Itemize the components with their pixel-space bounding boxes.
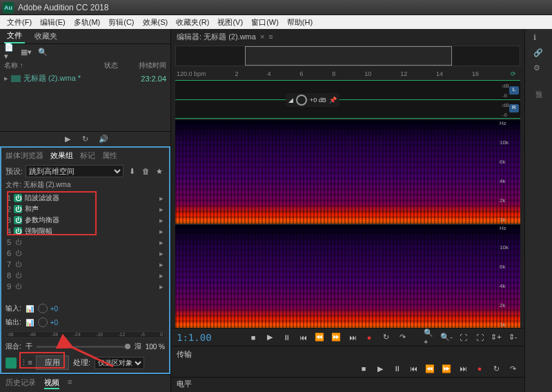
tab-effects-rack[interactable]: 效果组: [50, 150, 73, 161]
power-icon[interactable]: ⏻: [14, 260, 22, 268]
stop-button[interactable]: ■: [247, 331, 259, 344]
spectrogram-left[interactable]: Hz 10k 6k 4k 2k 1k: [175, 120, 520, 224]
sync-icon[interactable]: ⟳: [508, 68, 519, 79]
tab-markers[interactable]: 标记: [80, 150, 95, 161]
chevron-right-icon[interactable]: ▸: [159, 271, 166, 280]
power-icon[interactable]: ⏻: [14, 282, 22, 291]
menu-multitrack[interactable]: 多轨(M): [70, 17, 105, 28]
play-button[interactable]: ▶: [264, 331, 276, 344]
new-file-icon[interactable]: ▦▾: [21, 46, 32, 57]
chevron-right-icon[interactable]: ▸: [159, 249, 166, 258]
skip-button[interactable]: ↷: [396, 331, 408, 344]
zoom-full-icon[interactable]: ⛶: [457, 331, 469, 344]
zoom-out-icon[interactable]: 🔍-: [440, 331, 453, 344]
menu-help[interactable]: 帮助(H): [283, 17, 317, 28]
fade-icon[interactable]: ◢: [288, 97, 293, 104]
file-row[interactable]: ▸ 无标题 (2).wma * 23:2.04: [0, 72, 170, 85]
mix-slider[interactable]: [37, 346, 130, 348]
chevron-right-icon[interactable]: ▸: [159, 194, 166, 203]
input-knob[interactable]: [38, 304, 48, 313]
panel-menu-icon[interactable]: ≡: [68, 378, 72, 389]
loop-button[interactable]: ↻: [379, 331, 392, 344]
pause-button[interactable]: ⏸: [280, 331, 293, 344]
tab-history[interactable]: 历史记录: [6, 378, 36, 389]
tab-properties[interactable]: 属性: [102, 150, 117, 161]
power-icon[interactable]: ⏻: [14, 271, 22, 280]
fx-slot-5[interactable]: 5⏻▸: [4, 237, 166, 248]
power-icon[interactable]: ⏻: [14, 249, 22, 257]
tab-video[interactable]: 视频: [44, 378, 59, 389]
fx-slot-2[interactable]: 2⏻和声▸: [4, 204, 166, 215]
stop-button[interactable]: ■: [357, 362, 370, 375]
rewind-button[interactable]: ⏪: [424, 362, 436, 375]
volume-knob-icon[interactable]: [296, 95, 307, 106]
gear-icon[interactable]: ⚙: [533, 63, 544, 75]
output-knob[interactable]: [38, 317, 48, 327]
go-end-button[interactable]: ⏭: [346, 331, 359, 344]
forward-button[interactable]: ⏩: [440, 362, 453, 375]
skip-button[interactable]: ↷: [506, 362, 519, 375]
col-name[interactable]: 名称 ↑: [4, 61, 104, 70]
power-icon[interactable]: ⏻: [14, 238, 22, 246]
loop-button[interactable]: ↻: [490, 362, 502, 375]
tab-media-browser[interactable]: 媒体浏览器: [6, 150, 43, 161]
overview-waveform[interactable]: [175, 46, 520, 66]
loop-icon[interactable]: ↻: [80, 134, 91, 145]
chevron-right-icon[interactable]: ▸: [159, 227, 166, 236]
panel-menu-icon[interactable]: ≡: [268, 32, 273, 41]
play-icon[interactable]: ▶: [62, 134, 73, 145]
chevron-right-icon[interactable]: ▸: [159, 216, 166, 225]
menu-clip[interactable]: 剪辑(C): [104, 17, 138, 28]
save-preset-icon[interactable]: ⬇: [126, 166, 137, 177]
timecode-display[interactable]: 1:1.00: [177, 332, 212, 343]
menu-favorites[interactable]: 收藏夹(R): [172, 17, 213, 28]
power-icon[interactable]: ⏻: [14, 194, 22, 202]
chevron-right-icon[interactable]: ▸: [159, 238, 166, 247]
overview-selection[interactable]: [245, 46, 452, 66]
open-file-icon[interactable]: 📄▾: [4, 46, 15, 57]
delete-preset-icon[interactable]: 🗑: [140, 166, 151, 177]
search-icon[interactable]: 🔍: [37, 46, 48, 57]
volume-hud[interactable]: ◢ +0 dB 📌: [286, 93, 339, 107]
forward-button[interactable]: ⏩: [330, 331, 342, 344]
power-icon[interactable]: ⏻: [14, 216, 22, 224]
expand-icon[interactable]: ▸: [4, 74, 11, 83]
pause-button[interactable]: ⏸: [391, 362, 403, 375]
tab-favorites[interactable]: 收藏夹: [32, 30, 60, 43]
chevron-right-icon[interactable]: ▸: [159, 205, 166, 214]
menu-edit[interactable]: 编辑(E): [36, 17, 70, 28]
spectrogram-right[interactable]: Hz 10k 6k 4k 2k 1k: [175, 225, 520, 329]
chevron-right-icon[interactable]: ▸: [159, 260, 166, 269]
rack-menu-icon[interactable]: ⋮≡: [21, 357, 32, 369]
link-icon[interactable]: 🔗: [533, 48, 544, 59]
fx-slot-9[interactable]: 9⏻▸: [4, 281, 166, 292]
fx-slot-8[interactable]: 8⏻▸: [4, 270, 166, 281]
play-button[interactable]: ▶: [374, 362, 386, 375]
power-icon[interactable]: ⏻: [14, 227, 22, 235]
rewind-button[interactable]: ⏪: [313, 331, 326, 344]
close-icon[interactable]: ×: [260, 32, 264, 41]
rack-power-icon[interactable]: [6, 357, 17, 369]
bpm-display[interactable]: 120.0 bpm: [177, 70, 206, 77]
menu-file[interactable]: 文件(F): [3, 17, 36, 28]
go-start-button[interactable]: ⏮: [407, 362, 420, 375]
col-duration[interactable]: 持续时间: [132, 61, 166, 70]
favorite-icon[interactable]: ★: [154, 166, 165, 177]
fx-slot-4[interactable]: 4⏻强制限幅▸: [4, 226, 166, 237]
autoplay-icon[interactable]: 🔊: [98, 134, 109, 145]
waveform-display[interactable]: ◢ +0 dB 📌 L R dB -6 dB -6: [175, 80, 520, 119]
power-icon[interactable]: ⏻: [14, 205, 22, 213]
fx-slot-3[interactable]: 3⏻参数均衡器▸: [4, 215, 166, 226]
go-start-button[interactable]: ⏮: [297, 331, 309, 344]
menu-view[interactable]: 视图(V): [213, 17, 247, 28]
fx-slot-6[interactable]: 6⏻▸: [4, 248, 166, 259]
preset-select[interactable]: 跳到高维空间: [26, 165, 124, 177]
record-button[interactable]: ●: [473, 362, 486, 375]
col-status[interactable]: 状态: [104, 61, 132, 70]
tab-files[interactable]: 文件: [4, 29, 25, 43]
fx-slot-7[interactable]: 7⏻▸: [4, 259, 166, 270]
chevron-right-icon[interactable]: ▸: [159, 282, 166, 291]
record-button[interactable]: ●: [363, 331, 375, 344]
apply-button[interactable]: 应用: [36, 355, 69, 370]
zoom-in-icon[interactable]: 🔍+: [424, 331, 436, 344]
